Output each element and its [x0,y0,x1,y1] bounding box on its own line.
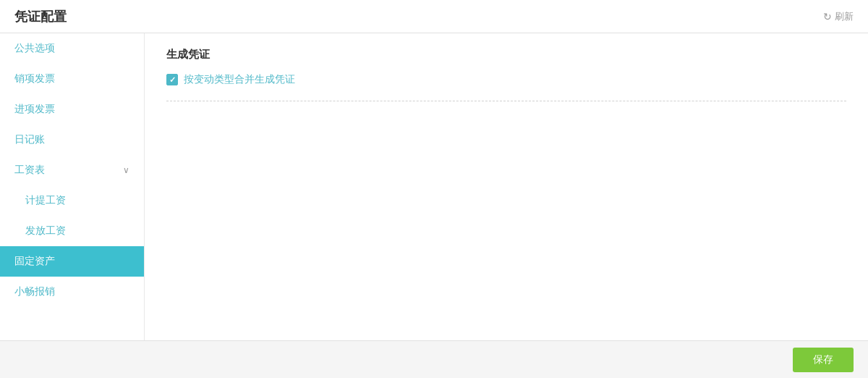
main-content: 生成凭证 按变动类型合并生成凭证 [145,33,868,340]
save-button[interactable]: 保存 [793,348,854,372]
merge-checkbox[interactable] [166,74,178,85]
sidebar: 公共选项销项发票进项发票日记账工资表∨计提工资发放工资固定资产小畅报销 [0,33,145,340]
chevron-down-icon: ∨ [123,165,129,175]
merge-checkbox-row: 按变动类型合并生成凭证 [166,73,846,86]
sidebar-item-journal[interactable]: 日记账 [0,125,144,155]
sidebar-item-label: 发放工资 [25,224,66,238]
refresh-icon: ↻ [823,11,832,22]
sidebar-item-label: 固定资产 [14,255,55,268]
refresh-button[interactable]: ↻ 刷新 [823,10,854,23]
section-divider [166,101,846,101]
section-title: 生成凭证 [166,48,846,62]
sidebar-item-label: 小畅报销 [14,285,55,298]
page-wrapper: 凭证配置 ↻ 刷新 公共选项销项发票进项发票日记账工资表∨计提工资发放工资固定资… [0,0,868,378]
header: 凭证配置 ↻ 刷新 [0,0,868,33]
sidebar-item-label: 工资表 [14,164,45,177]
sidebar-item-label: 日记账 [14,133,45,146]
sidebar-item-label: 销项发票 [14,72,55,85]
sidebar-item-purchase-invoice[interactable]: 进项发票 [0,94,144,125]
sidebar-item-pay-salary[interactable]: 发放工资 [0,216,144,246]
merge-checkbox-label[interactable]: 按变动类型合并生成凭证 [184,73,295,86]
refresh-label: 刷新 [835,10,854,23]
sidebar-item-expense[interactable]: 小畅报销 [0,277,144,307]
footer: 保存 [0,340,868,378]
sidebar-item-label: 计提工资 [25,194,66,207]
sidebar-item-fixed-assets[interactable]: 固定资产 [0,246,144,277]
sidebar-item-payroll[interactable]: 工资表∨ [0,155,144,185]
sidebar-item-label: 进项发票 [14,103,55,116]
sidebar-item-public[interactable]: 公共选项 [0,33,144,64]
sidebar-item-accrued-salary[interactable]: 计提工资 [0,185,144,216]
sidebar-item-sales-invoice[interactable]: 销项发票 [0,64,144,94]
sidebar-item-label: 公共选项 [14,42,55,55]
body: 公共选项销项发票进项发票日记账工资表∨计提工资发放工资固定资产小畅报销 生成凭证… [0,33,868,340]
page-title: 凭证配置 [14,8,67,25]
